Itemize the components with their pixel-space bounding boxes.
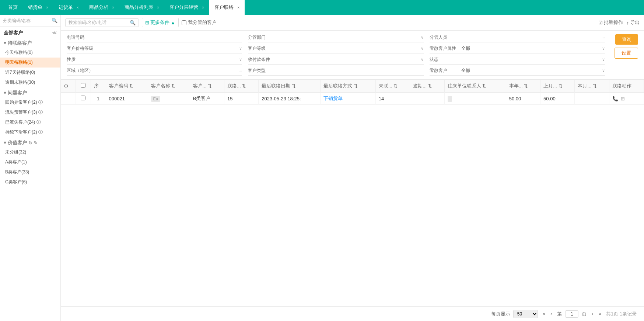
sidebar-item-class-b[interactable]: B类客户(33) [0, 167, 60, 177]
sidebar-item-class-c[interactable]: C类客户(6) [0, 177, 60, 187]
sidebar-item-ungrouped[interactable]: 未分组(32) [0, 147, 60, 157]
filter-customer-level-label: 客户等级 [248, 45, 277, 52]
nav-home[interactable]: 首页 [3, 0, 23, 15]
sidebar-search-icon[interactable]: 🔍 [52, 18, 57, 23]
phone-action-icon[interactable]: 📞 [612, 96, 618, 101]
filter-nature-chevron[interactable]: ∨ [239, 57, 242, 62]
close-sales-order-icon[interactable]: × [46, 5, 48, 10]
close-product-analysis-icon[interactable]: × [112, 5, 114, 10]
set-button[interactable]: 设置 [615, 48, 638, 59]
page-input[interactable] [565, 310, 578, 318]
sidebar-item-churned[interactable]: 已流失客户(24) ⓘ [0, 117, 60, 127]
sidebar-item-tomorrow-contact[interactable]: 明天待联络(1) [0, 58, 60, 68]
nav-product-analysis[interactable]: 商品分析 × [84, 0, 119, 15]
filter-status-label: 状态 [430, 56, 459, 63]
per-page-select[interactable]: 50 100 200 [513, 310, 538, 318]
filter-retail-customer: 零散客户 全部 ∨ [430, 68, 605, 76]
nav-purchase-order[interactable]: 进货单 × [53, 0, 84, 15]
filter-region-input[interactable] [98, 68, 237, 73]
row-type-cell: B类客户 [190, 93, 224, 105]
filter-region-more[interactable]: ··· [239, 69, 242, 73]
filter-retail-attr-label: 零散客户属性 [430, 45, 459, 52]
sidebar: 🔍 全部客户 ≪ ▾ 待联络客户 今天待联络(0) 明天待联络(1) 近7天待联… [0, 15, 61, 321]
sidebar-item-churn-warning[interactable]: 流失预警客户(3) ⓘ [0, 107, 60, 117]
col-last-month-header: 上月... ⇅ [540, 80, 575, 93]
filter-manager-input[interactable] [461, 35, 599, 40]
filter-phone-input[interactable] [98, 35, 242, 40]
row-overdue-cell [410, 93, 444, 105]
query-button[interactable]: 查询 [615, 34, 638, 45]
pagination: 每页显示 50 100 200 « ‹ 第 页 › » 共1页 1条记录 [61, 306, 644, 321]
sidebar-item-declining[interactable]: 持续下滑客户(2) ⓘ [0, 127, 60, 137]
first-page-btn[interactable]: « [541, 310, 547, 317]
filter-dept-input[interactable] [280, 35, 418, 40]
sidebar-item-7day-contact[interactable]: 近7天待联络(0) [0, 68, 60, 77]
nav-customer-contact[interactable]: 客户联络 × [209, 0, 245, 15]
next-page-btn[interactable]: › [590, 310, 595, 317]
row-checkbox[interactable] [81, 96, 85, 100]
batch-op-btn[interactable]: ☑ 批量操作 [598, 19, 623, 26]
nav-product-analysis-list[interactable]: 商品分析列表 × [119, 0, 164, 15]
my-customer-checkbox[interactable] [182, 20, 186, 25]
export-btn[interactable]: ↑ 导出 [627, 19, 640, 26]
row-last-method-link[interactable]: 下销货单 [323, 96, 343, 101]
filter-payment-input[interactable] [280, 57, 418, 62]
filter-payment: 收付款条件 ∨ [248, 56, 423, 65]
filter-dept-chevron[interactable]: ∨ [421, 35, 424, 40]
filter-dept: 分管部门 ∨ [248, 34, 423, 42]
sidebar-item-today-contact[interactable]: 今天待联络(0) [0, 48, 60, 58]
sidebar-item-class-a[interactable]: A类客户(1) [0, 157, 60, 167]
filter-customer-level-chevron[interactable]: ∨ [421, 46, 424, 51]
filter-retail-attr-chevron[interactable]: ∨ [602, 46, 605, 51]
qr-action-icon[interactable]: ⊞ [621, 96, 625, 101]
my-customer-checkbox-label[interactable]: 我分管的客户 [182, 19, 217, 26]
filter-payment-chevron[interactable]: ∨ [421, 57, 424, 62]
filter-price-level-chevron[interactable]: ∨ [239, 46, 242, 51]
filter-retail-attr: 零散客户属性 全部 ∨ [430, 45, 605, 54]
filter-status-input[interactable] [461, 57, 600, 62]
search-submit-icon[interactable]: 🔍 [130, 20, 136, 25]
filter-price-level-label: 客户价格等级 [67, 45, 96, 52]
sidebar-search-input[interactable] [3, 18, 52, 23]
filter-nature: 性质 ∨ [67, 56, 242, 65]
search-input[interactable] [69, 20, 130, 25]
filter-nature-label: 性质 [67, 56, 96, 63]
prev-page-btn[interactable]: ‹ [549, 310, 554, 317]
close-customer-tier-icon[interactable]: × [202, 5, 204, 10]
export-label: 导出 [630, 19, 640, 26]
filter-customer-level-input[interactable] [280, 46, 418, 51]
filter-nature-input[interactable] [98, 57, 237, 62]
filter-price-level: 客户价格等级 ∨ [67, 45, 242, 54]
filter-status-chevron[interactable]: ∨ [602, 57, 605, 62]
nav-sales-order[interactable]: 销货单 × [23, 0, 53, 15]
sidebar-item-overdue-contact[interactable]: 逾期未联络(30) [0, 77, 60, 87]
row-contact-cell: 15 [224, 93, 258, 105]
more-conditions-label: 更多条件 [150, 19, 169, 26]
close-purchase-order-icon[interactable]: × [77, 5, 79, 10]
col-checkbox-header [76, 80, 91, 93]
sidebar-item-abnormal-repurchase[interactable]: 回购异常客户(2) ⓘ [0, 97, 60, 107]
row-name-masked: Ea [151, 96, 160, 102]
refresh-icon[interactable]: ↻ [28, 140, 32, 146]
filter-manager-more[interactable]: ··· [602, 35, 605, 40]
filter-manager-label: 分管人员 [430, 34, 459, 41]
more-conditions-btn[interactable]: ⊞ 更多条件 ▲ [142, 18, 179, 27]
row-this-month-cell [575, 93, 609, 105]
filter-retail-customer-chevron[interactable]: ∨ [602, 68, 605, 73]
close-product-analysis-list-icon[interactable]: × [157, 5, 159, 10]
toolbar-right: ☑ 批量操作 ↑ 导出 [598, 19, 640, 26]
col-type-header: 客户... ⇅ [190, 80, 224, 93]
nav-customer-tier[interactable]: 客户分层经营 × [164, 0, 209, 15]
filter-customer-type-input[interactable] [280, 68, 423, 73]
collapse-all-icon[interactable]: ≪ [52, 30, 57, 35]
last-page-btn[interactable]: » [597, 310, 603, 317]
close-customer-contact-icon[interactable]: × [237, 5, 239, 10]
filter-price-level-input[interactable] [98, 46, 237, 51]
edit-icon[interactable]: ✎ [34, 140, 38, 146]
col-action-header: 联络动作 [609, 80, 644, 93]
select-all-checkbox[interactable] [81, 83, 85, 88]
row-checkbox-cell [76, 93, 91, 105]
col-code-header: 客户编码 ⇅ [106, 80, 148, 93]
table-settings-icon[interactable]: ⚙ [64, 83, 69, 89]
total-records-label: 共1页 1条记录 [606, 311, 637, 317]
